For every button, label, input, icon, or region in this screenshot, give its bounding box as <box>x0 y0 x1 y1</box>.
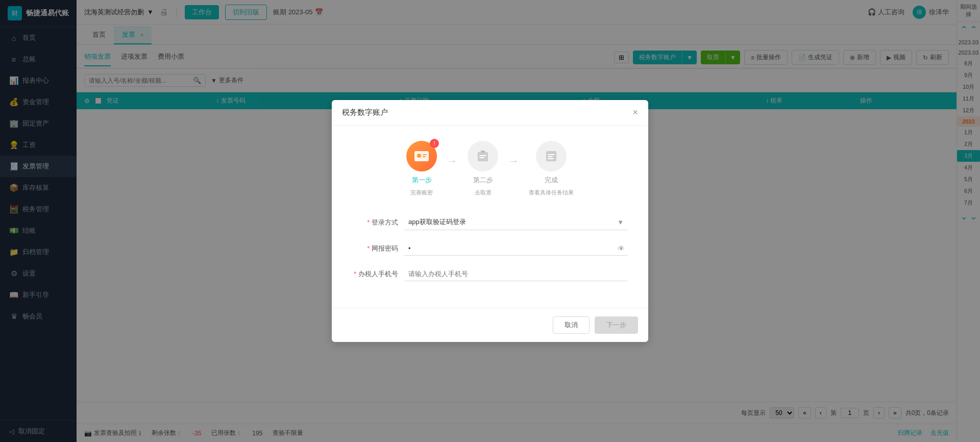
person-card-icon <box>413 148 430 164</box>
phone-label: * 办税人手机号 <box>352 269 398 279</box>
login-method-label: * 登录方式 <box>352 218 398 227</box>
step-3-icon <box>536 141 567 171</box>
next-button[interactable]: 下一步 <box>595 316 638 334</box>
step-1-sublabel: 完善账密 <box>410 189 433 197</box>
modal-header: 税务数字账户 × <box>332 100 648 126</box>
svg-rect-4 <box>478 152 488 161</box>
modal-title: 税务数字账户 <box>342 108 388 117</box>
login-method-value: app获取验证码登录 <box>408 217 466 227</box>
step-arrow-2: → <box>508 155 519 167</box>
svg-rect-9 <box>548 154 555 155</box>
clipboard-icon <box>475 148 491 164</box>
svg-point-1 <box>417 154 421 158</box>
svg-rect-11 <box>548 158 554 159</box>
phone-input[interactable] <box>404 267 628 281</box>
required-star-2: * <box>367 244 372 252</box>
step-1-icon-wrap: ! <box>406 141 437 171</box>
modal-footer: 取消 下一步 <box>332 308 648 342</box>
step-3-sublabel: 查看具体任务结果 <box>529 189 574 197</box>
dropdown-arrow-icon: ▼ <box>617 218 624 226</box>
modal-close-btn[interactable]: × <box>632 107 638 118</box>
login-method-row: * 登录方式 app获取验证码登录 ▼ <box>352 214 628 230</box>
password-input[interactable] <box>404 241 615 255</box>
password-input-wrap: 👁 <box>404 241 628 256</box>
modal-overlay: 税务数字账户 × <box>0 0 980 442</box>
tax-account-modal: 税务数字账户 × <box>332 100 648 342</box>
login-method-select[interactable]: app获取验证码登录 ▼ <box>404 214 628 230</box>
password-row: * 网报密码 👁 <box>352 241 628 256</box>
steps-indicator: ! 第一步 完善账密 → <box>352 141 628 197</box>
toggle-password-icon[interactable]: 👁 <box>615 244 628 253</box>
step-1-badge: ! <box>430 139 439 148</box>
modal-body: ! 第一步 完善账密 → <box>332 126 648 308</box>
step-2-icon <box>468 141 498 171</box>
phone-input-wrap <box>404 267 628 281</box>
step-2-label: 第二步 <box>473 176 493 185</box>
required-star-3: * <box>354 270 358 278</box>
step-2: 第二步 去取票 <box>468 141 498 197</box>
svg-rect-6 <box>479 155 486 156</box>
step-1-label: 第一步 <box>412 176 432 185</box>
svg-rect-0 <box>414 151 429 161</box>
svg-rect-2 <box>423 154 427 155</box>
svg-rect-7 <box>479 157 484 158</box>
step-arrow-1: → <box>447 155 457 167</box>
phone-row: * 办税人手机号 <box>352 267 628 281</box>
svg-rect-10 <box>548 156 553 157</box>
password-label: * 网报密码 <box>352 244 398 253</box>
step-3: 完成 查看具体任务结果 <box>529 141 574 197</box>
required-star-1: * <box>367 218 372 226</box>
step-1: ! 第一步 完善账密 <box>406 141 437 197</box>
checklist-icon <box>543 148 559 164</box>
step-3-label: 完成 <box>545 176 558 185</box>
svg-rect-3 <box>423 156 426 157</box>
svg-rect-5 <box>481 151 485 153</box>
cancel-button[interactable]: 取消 <box>553 316 590 334</box>
step-2-sublabel: 去取票 <box>475 189 492 197</box>
